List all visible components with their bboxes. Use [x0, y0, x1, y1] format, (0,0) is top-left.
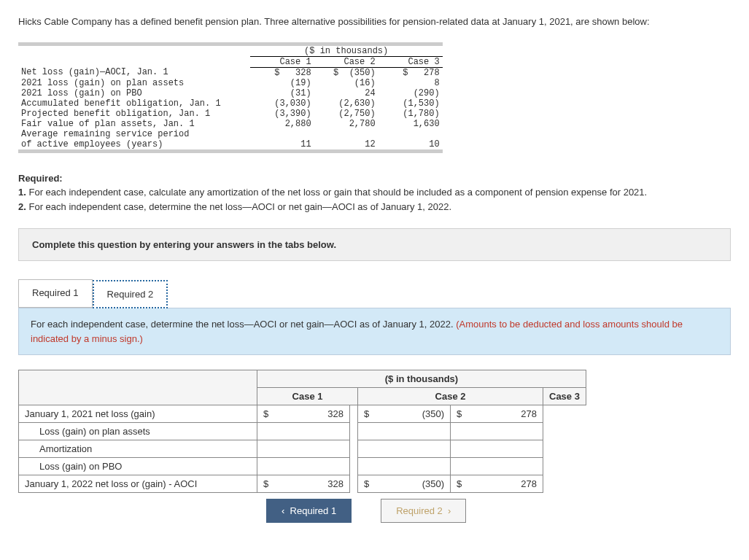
- tab-panel-instruction: For each independent case, determine the…: [18, 308, 731, 355]
- problem-intro: Hicks Cable Company has a defined benefi…: [18, 15, 731, 29]
- answer-col-case1: Case 1: [257, 388, 358, 405]
- req2-text: For each independent case, determine the…: [28, 201, 451, 212]
- cell-input[interactable]: [451, 423, 543, 440]
- unit-header: ($ in thousands): [250, 46, 443, 57]
- data-table: ($ in thousands) Case 1 Case 2 Case 3 Ne…: [18, 42, 443, 153]
- row-label: of active employees (years): [18, 139, 250, 149]
- required-block: Required: 1. For each independent case, …: [18, 171, 731, 214]
- answer-row-label: January 1, 2022 net loss or (gain) - AOC…: [19, 475, 257, 493]
- tab-required-2[interactable]: Required 2: [93, 280, 168, 308]
- cell-input[interactable]: [451, 458, 543, 475]
- row-label: Average remaining service period: [18, 129, 250, 139]
- cell-input[interactable]: [358, 458, 451, 475]
- panel-text: For each independent case, determine the…: [31, 319, 456, 330]
- req1-text: For each independent case, calculate any…: [28, 187, 647, 198]
- chevron-left-icon: ‹: [282, 505, 284, 516]
- prev-button[interactable]: ‹ Required 1: [266, 499, 352, 523]
- answer-table: ($ in thousands) Case 1 Case 2 Case 3 Ja…: [18, 370, 586, 493]
- answer-unit-header: ($ in thousands): [257, 370, 586, 388]
- answer-col-case3: Case 3: [543, 388, 586, 405]
- chevron-right-icon: ›: [448, 505, 451, 516]
- cell-input[interactable]: [257, 440, 350, 458]
- tab-strip: Required 1 Required 2: [18, 279, 731, 308]
- row-label: Net loss (gain)—AOCI, Jan. 1: [18, 67, 250, 78]
- row-label: Fair value of plan assets, Jan. 1: [18, 119, 250, 129]
- cell-input[interactable]: [451, 440, 543, 458]
- answer-row-label: Amortization: [19, 440, 257, 458]
- col-case3: Case 3: [379, 56, 443, 67]
- cell-case3[interactable]: $278: [451, 405, 543, 423]
- required-title: Required:: [18, 173, 63, 184]
- cell-input[interactable]: [358, 423, 451, 440]
- next-button[interactable]: Required 2 ›: [381, 499, 466, 523]
- cell-input[interactable]: [257, 458, 350, 475]
- row-label: 2021 loss (gain) on PBO: [18, 88, 250, 98]
- cell-total-case2: $(350): [358, 475, 451, 493]
- cell-input[interactable]: [257, 423, 350, 440]
- cell-input[interactable]: [358, 440, 451, 458]
- cell-case2[interactable]: $(350): [358, 405, 451, 423]
- col-case2: Case 2: [314, 56, 379, 67]
- cell-case1[interactable]: $328: [257, 405, 350, 423]
- answer-row-label: Loss (gain) on PBO: [19, 458, 257, 475]
- col-case1: Case 1: [250, 56, 314, 67]
- row-label: 2021 loss (gain) on plan assets: [18, 78, 250, 88]
- cell-total-case3: $278: [451, 475, 543, 493]
- answer-row-label: Loss (gain) on plan assets: [19, 423, 257, 440]
- row-label: Accumulated benefit obligation, Jan. 1: [18, 98, 250, 109]
- answer-row-label: January 1, 2021 net loss (gain): [19, 405, 257, 423]
- cell-total-case1: $328: [257, 475, 350, 493]
- instruction-box: Complete this question by entering your …: [18, 228, 731, 261]
- answer-col-case2: Case 2: [358, 388, 543, 405]
- row-label: Projected benefit obligation, Jan. 1: [18, 109, 250, 119]
- tab-required-1[interactable]: Required 1: [18, 279, 93, 308]
